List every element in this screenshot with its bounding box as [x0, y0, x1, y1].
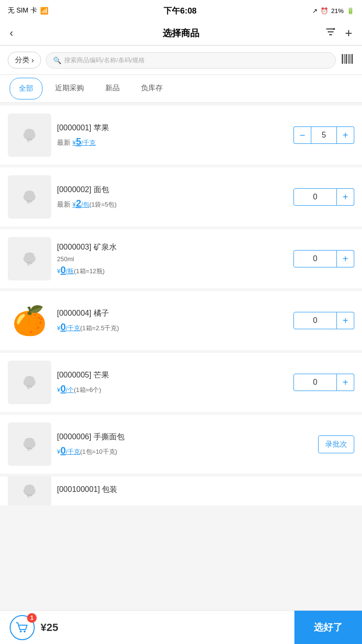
cart-badge: 1 — [27, 613, 37, 623]
product-list: 智+ [0000001] 苹果 最新 ¥5/千克 − + 智+ — [0, 106, 362, 547]
qty-input[interactable] — [293, 374, 337, 391]
product-price: 最新 ¥5/千克 — [57, 136, 288, 147]
svg-text:智+: 智+ — [27, 261, 33, 266]
product-name: [0000006] 手撕面包 — [57, 432, 312, 442]
product-image: 智+ — [8, 422, 51, 466]
tab-bar: 全部 近期采购 新品 负库存 — [0, 75, 362, 103]
cart-button[interactable]: 1 — [10, 615, 35, 640]
product-name: [0000002] 面包 — [57, 185, 288, 195]
svg-rect-5 — [344, 54, 345, 64]
status-left: 无 SIM 卡 📶 — [8, 6, 48, 15]
product-image: 智+ — [8, 361, 51, 404]
category-label: 分类 — [15, 56, 29, 65]
price-unit: /千克 — [81, 139, 96, 146]
qty-control: + — [293, 188, 354, 206]
status-right: ↗ ⏰ 21% 🔋 — [312, 7, 354, 14]
product-item: 智+ [0000005] 芒果 ¥0/个(1箱=6个) + — [0, 353, 362, 412]
product-image: 智+ — [8, 175, 51, 219]
qty-plus-button[interactable]: + — [337, 126, 354, 144]
product-item: 智+ [0000002] 面包 最新 ¥2/包(1袋=5包) + — [0, 168, 362, 226]
category-button[interactable]: 分类 › — [8, 52, 41, 69]
nav-actions: + — [325, 26, 352, 41]
qty-minus-button[interactable]: − — [293, 126, 311, 144]
sim-status: 无 SIM 卡 — [8, 6, 37, 15]
category-chevron: › — [31, 56, 34, 65]
product-price: ¥0/千克(1箱=2.5千克) — [57, 322, 288, 333]
product-name: [0000004] 橘子 — [57, 308, 288, 319]
product-price: ¥0/瓶(1箱=12瓶) — [57, 265, 288, 276]
product-info: [0000001] 苹果 最新 ¥5/千克 — [57, 123, 288, 147]
product-name: [0000001] 苹果 — [57, 123, 288, 133]
tab-new[interactable]: 新品 — [97, 78, 128, 99]
product-spec: 250ml — [57, 255, 288, 263]
product-price: ¥0/千克(1包=10千克) — [57, 445, 312, 456]
alarm-icon: ⏰ — [320, 7, 328, 14]
qty-plus-button[interactable]: + — [337, 250, 354, 267]
product-price: 最新 ¥2/包(1袋=5包) — [57, 198, 288, 209]
wifi-icon: 📶 — [40, 7, 48, 14]
svg-rect-8 — [349, 54, 350, 64]
back-button[interactable]: ‹ — [10, 27, 13, 40]
svg-rect-6 — [346, 54, 347, 64]
cart-total: ¥25 — [41, 621, 58, 634]
product-name: [000100001] 包装 — [57, 485, 354, 495]
product-info: [0000003] 矿泉水 250ml ¥0/瓶(1箱=12瓶) — [57, 242, 288, 276]
bottom-bar: 1 ¥25 选好了 — [0, 610, 362, 644]
tab-all-label: 全部 — [19, 84, 33, 92]
status-time: 下午6:08 — [164, 5, 196, 16]
svg-text:智+: 智+ — [27, 138, 33, 142]
product-price: ¥0/个(1箱=6个) — [57, 383, 288, 394]
qty-input[interactable] — [293, 188, 337, 206]
product-info: [0000006] 手撕面包 ¥0/千克(1包=10千克) — [57, 432, 312, 456]
cart-section: 1 ¥25 — [0, 615, 294, 640]
search-box[interactable]: 🔍 搜索商品编码/名称/条码/规格 — [46, 52, 336, 69]
qty-control: + — [293, 374, 354, 391]
product-item: 智+ [000100001] 包装 — [0, 476, 362, 505]
batch-button[interactable]: 录批次 — [318, 435, 354, 453]
product-item: 智+ [0000001] 苹果 最新 ¥5/千克 − + — [0, 106, 362, 165]
qty-plus-button[interactable]: + — [337, 374, 354, 391]
price-label: 最新 — [57, 139, 70, 146]
qty-input[interactable] — [311, 126, 337, 144]
svg-text:智+: 智+ — [27, 199, 33, 204]
qty-input[interactable] — [293, 250, 337, 267]
product-info: [0000004] 橘子 ¥0/千克(1箱=2.5千克) — [57, 308, 288, 333]
qty-control: − + — [293, 126, 354, 144]
qty-plus-button[interactable]: + — [337, 312, 354, 329]
qty-plus-button[interactable]: + — [337, 188, 354, 206]
qty-control: + — [293, 250, 354, 267]
search-placeholder: 搜索商品编码/名称/条码/规格 — [64, 56, 145, 65]
product-item: 🍊 [0000004] 橘子 ¥0/千克(1箱=2.5千克) + — [0, 291, 362, 350]
search-icon: 🔍 — [53, 56, 61, 64]
tab-negative[interactable]: 负库存 — [132, 78, 171, 99]
product-item: 智+ [0000006] 手撕面包 ¥0/千克(1包=10千克) 录批次 — [0, 415, 362, 474]
filter-bar: 分类 › 🔍 搜索商品编码/名称/条码/规格 — [0, 46, 362, 74]
price-value: 5 — [76, 136, 81, 147]
svg-text:智+: 智+ — [27, 385, 33, 390]
tab-new-label: 新品 — [105, 84, 120, 92]
product-name: [0000005] 芒果 — [57, 370, 288, 380]
tab-all[interactable]: 全部 — [10, 78, 42, 99]
product-info: [000100001] 包装 — [57, 485, 354, 498]
barcode-button[interactable] — [341, 52, 354, 69]
qty-input[interactable] — [293, 312, 337, 329]
tab-recent[interactable]: 近期采购 — [46, 78, 93, 99]
status-bar: 无 SIM 卡 📶 下午6:08 ↗ ⏰ 21% 🔋 — [0, 0, 362, 21]
nav-bar: ‹ 选择商品 + — [0, 21, 362, 45]
filter-icon[interactable] — [325, 26, 336, 41]
product-image: 智+ — [8, 476, 51, 505]
confirm-button[interactable]: 选好了 — [294, 611, 362, 644]
product-image: 🍊 — [8, 299, 51, 342]
svg-text:智+: 智+ — [27, 493, 33, 498]
product-image: 智+ — [8, 237, 51, 280]
svg-point-28 — [20, 630, 22, 632]
battery-icon: 🔋 — [347, 7, 354, 14]
svg-text:智+: 智+ — [27, 447, 33, 451]
svg-rect-7 — [348, 54, 349, 64]
tab-recent-label: 近期采购 — [55, 84, 84, 92]
page-title: 选择商品 — [163, 27, 199, 40]
product-info: [0000002] 面包 最新 ¥2/包(1袋=5包) — [57, 185, 288, 209]
product-info: [0000005] 芒果 ¥0/个(1箱=6个) — [57, 370, 288, 394]
add-button[interactable]: + — [345, 26, 352, 41]
product-name: [0000003] 矿泉水 — [57, 242, 288, 252]
